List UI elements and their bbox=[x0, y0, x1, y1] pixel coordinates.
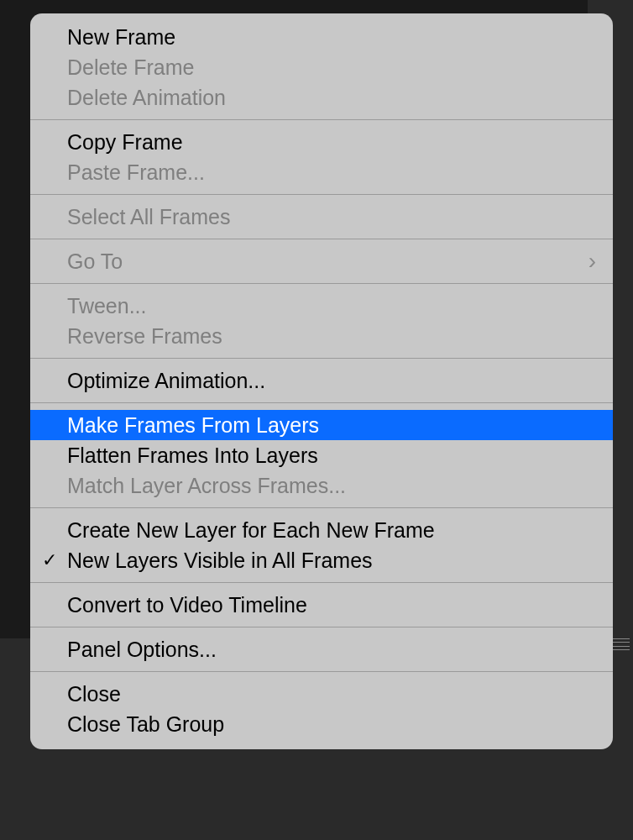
menu-divider bbox=[30, 402, 613, 403]
menu-item-panel-options[interactable]: Panel Options... bbox=[30, 634, 613, 664]
menu-label: Flatten Frames Into Layers bbox=[67, 444, 318, 468]
menu-label: Optimize Animation... bbox=[67, 369, 265, 393]
menu-item-paste-frame: Paste Frame... bbox=[30, 157, 613, 187]
menu-label: Reverse Frames bbox=[67, 324, 222, 349]
timeline-panel-menu: New Frame Delete Frame Delete Animation … bbox=[30, 13, 613, 749]
menu-divider bbox=[30, 239, 613, 239]
menu-label: Panel Options... bbox=[67, 638, 217, 662]
menu-divider bbox=[30, 671, 613, 672]
menu-divider bbox=[30, 627, 613, 627]
menu-label: Convert to Video Timeline bbox=[67, 593, 307, 617]
menu-item-close-tab-group[interactable]: Close Tab Group bbox=[30, 709, 613, 739]
menu-label: Close bbox=[67, 682, 121, 706]
menu-item-flatten-frames-into-layers[interactable]: Flatten Frames Into Layers bbox=[30, 440, 613, 470]
menu-item-tween: Tween... bbox=[30, 291, 613, 321]
menu-label: Match Layer Across Frames... bbox=[67, 474, 346, 498]
menu-label: Select All Frames bbox=[67, 205, 231, 229]
menu-item-copy-frame[interactable]: Copy Frame bbox=[30, 127, 613, 157]
menu-item-optimize-animation[interactable]: Optimize Animation... bbox=[30, 365, 613, 396]
menu-label: New Frame bbox=[67, 25, 175, 50]
menu-item-select-all-frames: Select All Frames bbox=[30, 202, 613, 232]
checkmark-icon: ✓ bbox=[42, 551, 57, 570]
menu-label: Paste Frame... bbox=[67, 160, 205, 185]
menu-divider bbox=[30, 119, 613, 120]
menu-label: Make Frames From Layers bbox=[67, 413, 319, 438]
menu-divider bbox=[30, 507, 613, 508]
menu-item-new-layers-visible-all-frames[interactable]: ✓ New Layers Visible in All Frames bbox=[30, 545, 613, 575]
menu-divider bbox=[30, 283, 613, 284]
menu-label: Create New Layer for Each New Frame bbox=[67, 518, 435, 543]
menu-item-new-frame[interactable]: New Frame bbox=[30, 22, 613, 52]
menu-item-delete-frame: Delete Frame bbox=[30, 52, 613, 82]
menu-item-make-frames-from-layers[interactable]: Make Frames From Layers bbox=[30, 410, 613, 440]
menu-label: Delete Frame bbox=[67, 55, 194, 80]
menu-item-create-new-layer-each-frame[interactable]: Create New Layer for Each New Frame bbox=[30, 515, 613, 545]
menu-divider bbox=[30, 358, 613, 359]
menu-item-match-layer-across-frames: Match Layer Across Frames... bbox=[30, 470, 613, 501]
menu-label: Tween... bbox=[67, 294, 147, 318]
menu-item-delete-animation: Delete Animation bbox=[30, 82, 613, 113]
menu-label: New Layers Visible in All Frames bbox=[67, 549, 373, 573]
menu-divider bbox=[30, 194, 613, 195]
menu-label: Go To bbox=[67, 249, 123, 274]
menu-item-reverse-frames: Reverse Frames bbox=[30, 321, 613, 351]
menu-item-close[interactable]: Close bbox=[30, 679, 613, 709]
menu-item-go-to: Go To › bbox=[30, 246, 613, 276]
menu-label: Delete Animation bbox=[67, 86, 226, 110]
menu-label: Close Tab Group bbox=[67, 712, 224, 737]
menu-item-convert-to-video-timeline[interactable]: Convert to Video Timeline bbox=[30, 590, 613, 620]
chevron-right-icon: › bbox=[589, 249, 596, 273]
menu-divider bbox=[30, 582, 613, 583]
menu-label: Copy Frame bbox=[67, 130, 183, 155]
